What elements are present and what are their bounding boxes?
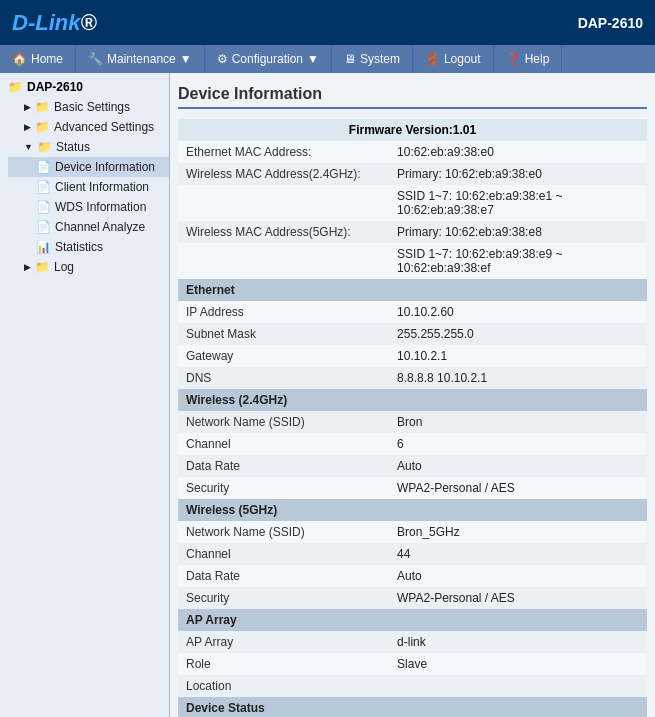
nav-system[interactable]: 🖥 System xyxy=(332,45,413,73)
sidebar-label-stats: Statistics xyxy=(55,240,103,254)
table-row: Ethernet MAC Address:10:62:eb:a9:38:e0 xyxy=(178,141,647,163)
table-row: Wireless (5GHz) xyxy=(178,499,647,521)
table-row: Network Name (SSID)Bron xyxy=(178,411,647,433)
sidebar-item-status[interactable]: ▼ 📁 Status xyxy=(8,137,169,157)
nav-help[interactable]: ❓ Help xyxy=(494,45,563,73)
row-value: WPA2-Personal / AES xyxy=(389,477,647,499)
sidebar-group: ▶ 📁 Basic Settings ▶ 📁 Advanced Settings… xyxy=(0,97,169,277)
table-row: IP Address10.10.2.60 xyxy=(178,301,647,323)
sidebar-label-channel: Channel Analyze xyxy=(55,220,145,234)
nav-maintenance-label: Maintenance xyxy=(107,52,176,66)
table-row: AP Array xyxy=(178,609,647,631)
logout-icon: 🚪 xyxy=(425,52,440,66)
sidebar-root[interactable]: 📁 DAP-2610 xyxy=(0,77,169,97)
sidebar-item-advanced-settings[interactable]: ▶ 📁 Advanced Settings xyxy=(8,117,169,137)
doc-icon-channel: 📄 xyxy=(36,220,51,234)
sidebar-item-statistics[interactable]: 📊 Statistics xyxy=(8,237,169,257)
expand-icon-log: ▶ xyxy=(24,262,31,272)
section-header: Wireless (5GHz) xyxy=(178,499,647,521)
sidebar-label-status: Status xyxy=(56,140,90,154)
sidebar-item-wds-info[interactable]: 📄 WDS Information xyxy=(8,197,169,217)
row-label: IP Address xyxy=(178,301,389,323)
row-value: SSID 1~7: 10:62:eb:a9:38:e1 ~ 10:62:eb:a… xyxy=(389,185,647,221)
sidebar-item-log[interactable]: ▶ 📁 Log xyxy=(8,257,169,277)
folder-icon-status: 📁 xyxy=(37,140,52,154)
table-row: SecurityWPA2-Personal / AES xyxy=(178,587,647,609)
expand-icon-adv: ▶ xyxy=(24,122,31,132)
nav-system-label: System xyxy=(360,52,400,66)
table-row: Channel44 xyxy=(178,543,647,565)
row-label: Data Rate xyxy=(178,455,389,477)
table-row: Ethernet xyxy=(178,279,647,301)
row-label: Channel xyxy=(178,433,389,455)
chevron-down-icon: ▼ xyxy=(180,52,192,66)
row-label: Wireless MAC Address(5GHz): xyxy=(178,221,389,243)
row-value: 10.10.2.1 xyxy=(389,345,647,367)
folder-icon-basic: 📁 xyxy=(35,100,50,114)
row-value: SSID 1~7: 10:62:eb:a9:38:e9 ~ 10:62:eb:a… xyxy=(389,243,647,279)
row-value: 10:62:eb:a9:38:e0 xyxy=(389,141,647,163)
chart-icon-stats: 📊 xyxy=(36,240,51,254)
table-row: AP Arrayd-link xyxy=(178,631,647,653)
table-row: Location xyxy=(178,675,647,697)
row-label: Ethernet MAC Address: xyxy=(178,141,389,163)
sidebar: 📁 DAP-2610 ▶ 📁 Basic Settings ▶ 📁 Advanc… xyxy=(0,73,170,717)
row-value: WPA2-Personal / AES xyxy=(389,587,647,609)
table-row: Device Status xyxy=(178,697,647,717)
help-icon: ❓ xyxy=(506,52,521,66)
table-row: SSID 1~7: 10:62:eb:a9:38:e1 ~ 10:62:eb:a… xyxy=(178,185,647,221)
sidebar-item-basic-settings[interactable]: ▶ 📁 Basic Settings xyxy=(8,97,169,117)
nav-logout[interactable]: 🚪 Logout xyxy=(413,45,494,73)
nav-home-label: Home xyxy=(31,52,63,66)
firmware-value: Firmware Version:1.01 xyxy=(178,119,647,141)
sidebar-item-device-info[interactable]: 📄 Device Information xyxy=(8,157,169,177)
nav-maintenance[interactable]: 🔧 Maintenance ▼ xyxy=(76,45,205,73)
table-row: Wireless MAC Address(5GHz):Primary: 10:6… xyxy=(178,221,647,243)
row-label xyxy=(178,185,389,221)
table-row: Wireless MAC Address(2.4GHz):Primary: 10… xyxy=(178,163,647,185)
sidebar-item-channel-analyze[interactable]: 📄 Channel Analyze xyxy=(8,217,169,237)
system-icon: 🖥 xyxy=(344,52,356,66)
sidebar-label-adv: Advanced Settings xyxy=(54,120,154,134)
home-icon: 🏠 xyxy=(12,52,27,66)
expand-icon: ▶ xyxy=(24,102,31,112)
row-label: Security xyxy=(178,477,389,499)
nav-configuration[interactable]: ⚙ Configuration ▼ xyxy=(205,45,332,73)
row-label xyxy=(178,243,389,279)
row-label: Location xyxy=(178,675,389,697)
row-label: Network Name (SSID) xyxy=(178,411,389,433)
folder-icon: 📁 xyxy=(8,80,23,94)
row-value: 6 xyxy=(389,433,647,455)
table-row: Gateway10.10.2.1 xyxy=(178,345,647,367)
content-area: Device Information Firmware Version:1.01… xyxy=(170,73,655,717)
folder-icon-log: 📁 xyxy=(35,260,50,274)
table-row: SSID 1~7: 10:62:eb:a9:38:e9 ~ 10:62:eb:a… xyxy=(178,243,647,279)
row-value: d-link xyxy=(389,631,647,653)
main-layout: 📁 DAP-2610 ▶ 📁 Basic Settings ▶ 📁 Advanc… xyxy=(0,73,655,717)
row-value: Auto xyxy=(389,455,647,477)
sidebar-item-client-info[interactable]: 📄 Client Information xyxy=(8,177,169,197)
navbar: 🏠 Home 🔧 Maintenance ▼ ⚙ Configuration ▼… xyxy=(0,45,655,73)
nav-logout-label: Logout xyxy=(444,52,481,66)
row-label: Wireless MAC Address(2.4GHz): xyxy=(178,163,389,185)
row-label: DNS xyxy=(178,367,389,389)
page-title: Device Information xyxy=(178,81,647,109)
row-value: 10.10.2.60 xyxy=(389,301,647,323)
table-row: Network Name (SSID)Bron_5GHz xyxy=(178,521,647,543)
row-value: 44 xyxy=(389,543,647,565)
row-value: 255.255.255.0 xyxy=(389,323,647,345)
device-info-table: Firmware Version:1.01 Ethernet MAC Addre… xyxy=(178,119,647,717)
table-row: Data RateAuto xyxy=(178,455,647,477)
doc-icon-client: 📄 xyxy=(36,180,51,194)
firmware-row: Firmware Version:1.01 xyxy=(178,119,647,141)
section-header: AP Array xyxy=(178,609,647,631)
logo-text: D-Link xyxy=(12,10,80,35)
sidebar-label-log: Log xyxy=(54,260,74,274)
nav-home[interactable]: 🏠 Home xyxy=(0,45,76,73)
row-value: Primary: 10:62:eb:a9:38:e0 xyxy=(389,163,647,185)
row-value: Bron_5GHz xyxy=(389,521,647,543)
table-row: Subnet Mask255.255.255.0 xyxy=(178,323,647,345)
table-row: Channel6 xyxy=(178,433,647,455)
section-header: Device Status xyxy=(178,697,647,717)
row-value: Slave xyxy=(389,653,647,675)
